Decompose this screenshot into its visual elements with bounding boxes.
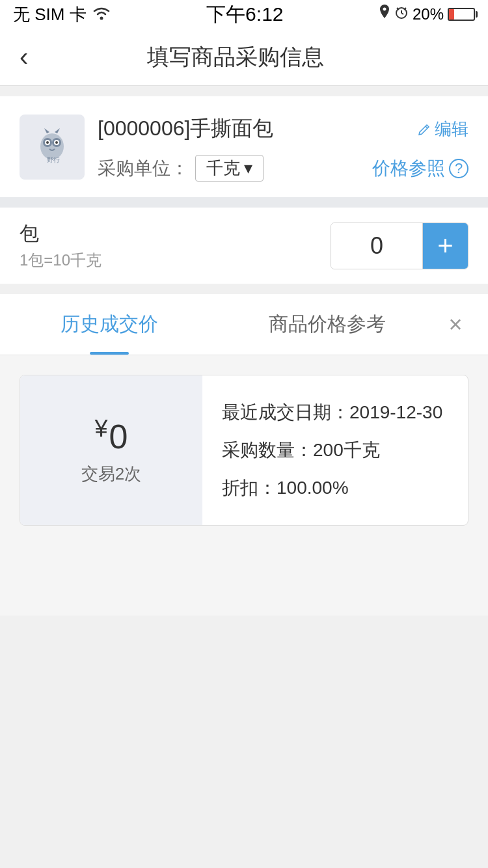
product-image: 野行 bbox=[20, 115, 85, 180]
status-right: 20% bbox=[379, 5, 475, 24]
section-divider bbox=[0, 197, 488, 208]
quantity-plus-button[interactable]: + bbox=[422, 223, 468, 269]
recent-date-row: 最近成交日期：2019-12-30 bbox=[222, 399, 448, 426]
svg-point-0 bbox=[100, 16, 103, 20]
wifi-icon bbox=[92, 5, 111, 25]
discount-row: 折扣：100.00% bbox=[222, 474, 448, 502]
status-left: 无 SIM 卡 bbox=[13, 3, 111, 26]
svg-text:野行: 野行 bbox=[47, 156, 60, 163]
history-price-value: ¥0 bbox=[95, 415, 128, 456]
currency-symbol: ¥ bbox=[95, 415, 108, 442]
product-card: 野行 [0000006]手撕面包 编辑 采购单位： 千克 ▾ bbox=[0, 96, 488, 197]
svg-point-9 bbox=[46, 141, 49, 144]
unit-selector[interactable]: 采购单位： 千克 ▾ bbox=[98, 155, 264, 182]
history-trade-count: 交易2次 bbox=[81, 463, 141, 485]
svg-line-3 bbox=[401, 13, 403, 14]
page-title: 填写商品采购信息 bbox=[41, 42, 429, 72]
tabs-container: 历史成交价 商品价格参考 × bbox=[0, 294, 488, 355]
tab-price-ref[interactable]: 商品价格参考 bbox=[218, 294, 436, 355]
svg-point-10 bbox=[55, 141, 58, 144]
status-time: 下午6:12 bbox=[206, 1, 283, 28]
product-name: [0000006]手撕面包 bbox=[98, 115, 273, 143]
history-price-section: ¥0 交易2次 bbox=[20, 375, 202, 525]
dropdown-icon: ▾ bbox=[244, 158, 252, 178]
unit-badge[interactable]: 千克 ▾ bbox=[195, 155, 264, 182]
quantity-sub-label: 1包=10千克 bbox=[20, 250, 102, 271]
back-button[interactable]: ‹ bbox=[20, 42, 41, 72]
unit-label: 采购单位： bbox=[98, 156, 189, 181]
carrier-text: 无 SIM 卡 bbox=[13, 3, 87, 26]
quantity-control: + bbox=[331, 223, 468, 269]
purchase-quantity-row: 采购数量：200千克 bbox=[222, 437, 448, 464]
edit-button[interactable]: 编辑 bbox=[418, 118, 468, 141]
product-thumbnail-icon: 野行 bbox=[33, 124, 72, 170]
history-card: ¥0 交易2次 最近成交日期：2019-12-30 采购数量：200千克 折扣：… bbox=[20, 375, 468, 526]
quantity-row: 包 1包=10千克 + bbox=[0, 208, 488, 284]
quantity-unit-label: 包 bbox=[20, 221, 102, 247]
alarm-icon bbox=[394, 5, 409, 23]
location-icon bbox=[379, 5, 390, 24]
battery-icon bbox=[448, 8, 475, 21]
nav-bar: ‹ 填写商品采购信息 bbox=[0, 29, 488, 86]
tab-indicator bbox=[90, 352, 129, 355]
help-icon[interactable]: ? bbox=[449, 159, 468, 178]
history-details-section: 最近成交日期：2019-12-30 采购数量：200千克 折扣：100.00% bbox=[202, 375, 468, 525]
status-bar: 无 SIM 卡 下午6:12 20% bbox=[0, 0, 488, 29]
price-ref-button[interactable]: 价格参照 ? bbox=[372, 156, 468, 181]
product-info: [0000006]手撕面包 编辑 采购单位： 千克 ▾ 价格参照 ? bbox=[98, 115, 468, 182]
tab-history-price[interactable]: 历史成交价 bbox=[0, 294, 218, 355]
svg-point-4 bbox=[40, 133, 64, 159]
tabs-close-button[interactable]: × bbox=[436, 311, 488, 338]
battery-percent: 20% bbox=[413, 5, 444, 23]
content-area: ¥0 交易2次 最近成交日期：2019-12-30 采购数量：200千克 折扣：… bbox=[0, 355, 488, 616]
quantity-input[interactable] bbox=[331, 223, 422, 269]
